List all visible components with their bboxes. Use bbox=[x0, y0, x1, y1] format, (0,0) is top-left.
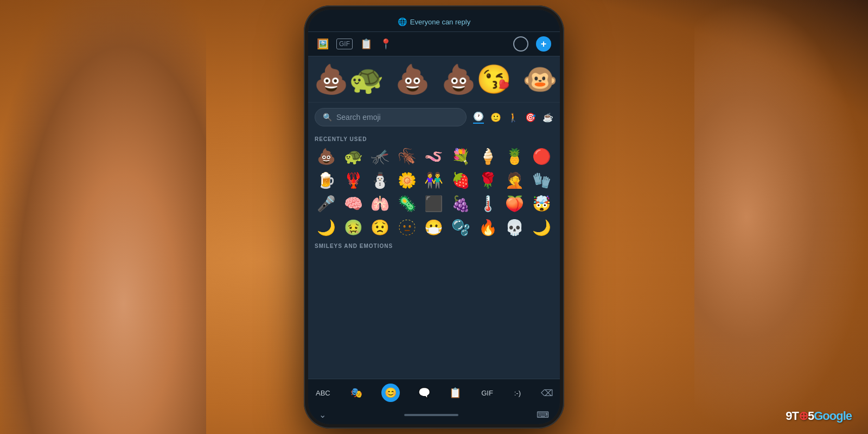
recently-used-grid: 💩 🐢 🦟 🪳 🪱 💐 🍦 🍍 🔴 🍺 🦞 ⛄ 🌼 👫 🍓 🌹 🤦 🧤 🎤 bbox=[314, 145, 554, 239]
emoji-facepalm[interactable]: 🤦 bbox=[502, 169, 528, 192]
top-bar: 🌐 Everyone can reply bbox=[308, 10, 560, 32]
emoji-panel: RECENTLY USED 💩 🐢 🦟 🪳 🪱 💐 🍦 🍍 🔴 🍺 🦞 ⛄ 🌼 … bbox=[308, 130, 560, 379]
abc-button[interactable]: ABC bbox=[315, 387, 331, 399]
search-bar-row: 🔍 Search emoji 🕐 🙂 🚶 🎯 ☕ bbox=[308, 103, 560, 130]
search-wrapper[interactable]: 🔍 Search emoji bbox=[315, 108, 467, 126]
text-button[interactable]: :-) bbox=[513, 387, 522, 399]
watermark-9: 9T bbox=[786, 409, 799, 423]
emoji-lobster[interactable]: 🦞 bbox=[341, 169, 367, 192]
watermark-5: 5 bbox=[808, 409, 814, 423]
circle-button[interactable] bbox=[513, 36, 528, 52]
search-icon: 🔍 bbox=[323, 113, 332, 122]
emoji-icecream[interactable]: 🍦 bbox=[475, 145, 501, 168]
kb-kaomoji-icon[interactable]: 🗨️ bbox=[418, 387, 430, 399]
smileys-label: SMILEYS AND EMOTIONS bbox=[314, 243, 554, 249]
emoji-gloves[interactable]: 🧤 bbox=[528, 169, 554, 192]
search-placeholder: Search emoji bbox=[336, 113, 381, 122]
emoji-brain[interactable]: 🧠 bbox=[341, 193, 367, 215]
kb-sticker-icon[interactable]: 🎭 bbox=[350, 387, 362, 399]
smiley-category-icon[interactable]: 🙂 bbox=[490, 112, 501, 123]
activity-category-icon[interactable]: 🎯 bbox=[525, 112, 536, 123]
watermark: 9T⊕5Google bbox=[786, 409, 852, 423]
emoji-pineapple[interactable]: 🍍 bbox=[502, 145, 528, 168]
emoji-microbe[interactable]: 🦠 bbox=[394, 193, 420, 215]
watermark-o: ⊕ bbox=[799, 409, 808, 423]
phone-frame: 🌐 Everyone can reply 🖼️ GIF 📋 📍 + 💩🐢 💩 💩… bbox=[304, 5, 564, 429]
emoji-couple[interactable]: 👫 bbox=[421, 169, 447, 192]
sticker-poop-dance[interactable]: 💩 bbox=[395, 65, 430, 93]
phone-screen: 🌐 Everyone can reply 🖼️ GIF 📋 📍 + 💩🐢 💩 💩… bbox=[308, 10, 560, 424]
emoji-bouquet[interactable]: 💐 bbox=[448, 145, 474, 168]
emoji-moon[interactable]: 🌙 bbox=[528, 216, 554, 239]
emoji-skull[interactable]: 💀 bbox=[502, 216, 528, 239]
emoji-fire[interactable]: 🔥 bbox=[475, 216, 501, 239]
emoji-grapes[interactable]: 🍇 bbox=[448, 193, 474, 215]
emoji-mosquito[interactable]: 🦟 bbox=[367, 145, 393, 168]
emoji-beer[interactable]: 🍺 bbox=[314, 169, 340, 192]
emoji-mask[interactable]: 😷 bbox=[421, 216, 447, 239]
kb-emoji-button[interactable]: 😊 bbox=[381, 384, 400, 402]
chevron-down-icon[interactable]: ⌄ bbox=[319, 410, 326, 420]
emoji-black-circle[interactable]: ⬛ bbox=[421, 193, 447, 215]
gif-icon[interactable]: GIF bbox=[336, 39, 353, 49]
globe-icon: 🌐 bbox=[398, 17, 407, 26]
emoji-exploding-head[interactable]: 🤯 bbox=[528, 193, 554, 215]
gif-button[interactable]: GIF bbox=[480, 387, 494, 399]
emoji-bubbles[interactable]: 🫧 bbox=[448, 216, 474, 239]
emoji-peach[interactable]: 🍑 bbox=[502, 193, 528, 215]
emoji-worried[interactable]: 😟 bbox=[367, 216, 393, 239]
list-icon[interactable]: 📋 bbox=[360, 38, 372, 50]
emoji-rose[interactable]: 🌹 bbox=[475, 169, 501, 192]
toolbar-row: 🖼️ GIF 📋 📍 + bbox=[308, 32, 560, 56]
emoji-snowman[interactable]: ⛄ bbox=[367, 169, 393, 192]
recently-used-label: RECENTLY USED bbox=[314, 136, 554, 142]
keyboard-icon[interactable]: ⌨ bbox=[537, 410, 549, 420]
emoji-daisy[interactable]: 🌼 bbox=[394, 169, 420, 192]
plus-button[interactable]: + bbox=[536, 36, 551, 52]
food-category-icon[interactable]: ☕ bbox=[542, 112, 553, 123]
sticker-preview-row: 💩🐢 💩 💩😘 🐵 bbox=[308, 56, 560, 103]
category-icons: 🕐 🙂 🚶 🎯 ☕ bbox=[471, 111, 553, 124]
emoji-worm[interactable]: 🪱 bbox=[421, 145, 447, 168]
emoji-poop[interactable]: 💩 bbox=[314, 145, 340, 168]
emoji-lungs[interactable]: 🫁 bbox=[367, 193, 393, 215]
sticker-poop-turtle[interactable]: 💩🐢 bbox=[314, 65, 384, 93]
sticker-poop-kiss[interactable]: 💩😘 bbox=[441, 65, 512, 93]
everyone-reply-label: Everyone can reply bbox=[410, 18, 470, 26]
everyone-reply-row: 🌐 Everyone can reply bbox=[398, 17, 470, 26]
emoji-turtle[interactable]: 🐢 bbox=[341, 145, 367, 168]
emoji-cockroach[interactable]: 🪳 bbox=[394, 145, 420, 168]
people-category-icon[interactable]: 🚶 bbox=[508, 112, 519, 123]
sticker-monkey[interactable]: 🐵 bbox=[522, 65, 558, 93]
keyboard-bar: ABC 🎭 😊 🗨️ 📋 GIF :-) ⌫ bbox=[308, 379, 560, 406]
emoji-mic[interactable]: 🎤 bbox=[314, 193, 340, 215]
home-pill bbox=[404, 414, 458, 416]
watermark-google: Google bbox=[814, 409, 852, 423]
emoji-strawberry[interactable]: 🍓 bbox=[448, 169, 474, 192]
emoji-red-circle[interactable]: 🔴 bbox=[528, 145, 554, 168]
nav-bar: ⌄ ⌨ bbox=[308, 406, 560, 424]
recent-category-icon[interactable]: 🕐 bbox=[473, 111, 484, 124]
image-icon[interactable]: 🖼️ bbox=[317, 38, 329, 50]
backspace-button[interactable]: ⌫ bbox=[541, 388, 553, 398]
kb-clipboard-icon[interactable]: 📋 bbox=[449, 387, 461, 399]
emoji-crescent-moon[interactable]: 🌙 bbox=[314, 216, 340, 239]
emoji-thermometer[interactable]: 🌡️ bbox=[475, 193, 501, 215]
emoji-nauseated[interactable]: 🤢 bbox=[341, 216, 367, 239]
location-icon[interactable]: 📍 bbox=[380, 38, 392, 50]
emoji-dotted-face[interactable]: 🫥 bbox=[394, 216, 420, 239]
